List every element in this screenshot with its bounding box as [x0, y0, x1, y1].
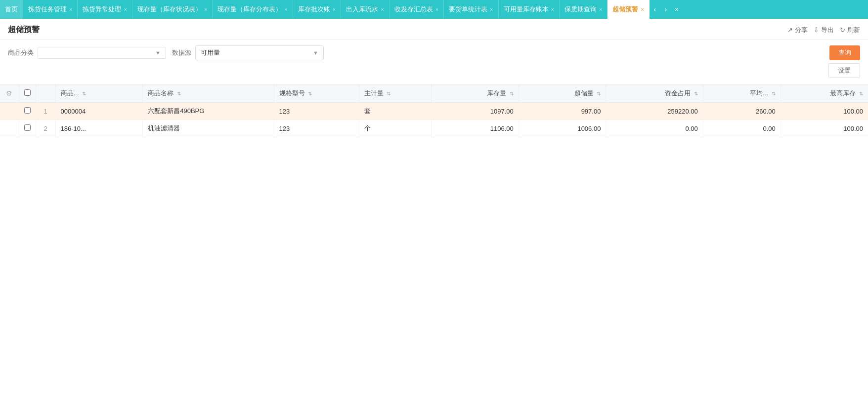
row-max-cell: 100.00 — [781, 120, 868, 137]
col-stock-header[interactable]: 库存量 ⇅ — [432, 84, 519, 103]
set-button[interactable]: 设置 — [828, 63, 860, 78]
nav-stock-dist-close[interactable]: × — [284, 6, 287, 12]
page-content: 超储预警 ↗ 分享 ⇩ 导出 ↻ 刷新 商品分类 — [0, 19, 868, 395]
category-filter: 商品分类 ▼ — [8, 47, 166, 59]
row-stock-cell: 1097.00 — [432, 103, 519, 120]
data-table: ⚙ 商品... ⇅ 商品名称 ⇅ 规格型号 — [0, 84, 868, 137]
nav-demand-label: 要货单统计表 — [449, 5, 487, 14]
row-spec-cell: 123 — [274, 103, 359, 120]
share-icon: ↗ — [787, 26, 793, 34]
top-navigation: 首页 拣货任务管理 × 拣货异常处理 × 现存量（库存状况表） × 现存量（库存… — [0, 0, 868, 19]
nav-batch-label: 库存批次账 — [298, 5, 330, 14]
col-checkbox-header[interactable] — [19, 84, 36, 103]
stock-sort-icon: ⇅ — [510, 91, 514, 96]
nav-pick-exception[interactable]: 拣货异常处理 × — [78, 0, 132, 19]
query-button[interactable]: 查询 — [829, 45, 860, 60]
col-money-header[interactable]: 资金占用 ⇅ — [606, 84, 703, 103]
nav-usable-label: 可用量库存账本 — [504, 5, 549, 14]
nav-demand-close[interactable]: × — [490, 6, 493, 12]
row-code-cell: 0000004 — [55, 103, 143, 120]
refresh-button[interactable]: ↻ 刷新 — [840, 26, 860, 35]
nav-home[interactable]: 首页 — [0, 0, 23, 19]
nav-stock-status-close[interactable]: × — [204, 6, 207, 12]
datasource-select[interactable]: 可用量 ▼ — [195, 45, 324, 60]
spec-sort-icon: ⇅ — [308, 91, 312, 96]
share-button[interactable]: ↗ 分享 — [787, 26, 808, 35]
datasource-label: 数据源 — [172, 48, 191, 57]
row-checkbox-cell[interactable] — [19, 120, 36, 137]
col-over-header[interactable]: 超储量 ⇅ — [519, 84, 606, 103]
nav-stock-dist[interactable]: 现存量（库存分布表） × — [213, 0, 293, 19]
nav-arrow-close[interactable]: × — [671, 0, 682, 19]
row-max-cell: 100.00 — [781, 103, 868, 120]
col-spec-header[interactable]: 规格型号 ⇅ — [274, 84, 359, 103]
nav-pick-task[interactable]: 拣货任务管理 × — [23, 0, 78, 19]
table-row: 2 186-10... 机油滤清器 123 个 1106.00 1006.00 … — [0, 120, 868, 137]
col-rownum-header — [36, 84, 55, 103]
row-unit-cell: 套 — [359, 103, 432, 120]
nav-inout-close[interactable]: × — [381, 6, 384, 12]
col-name-header[interactable]: 商品名称 ⇅ — [143, 84, 274, 103]
nav-summary-close[interactable]: × — [435, 6, 438, 12]
nav-inout[interactable]: 出入库流水 × — [341, 0, 389, 19]
nav-pick-task-close[interactable]: × — [69, 6, 72, 12]
row-num-cell: 2 — [36, 120, 55, 137]
col-code-header[interactable]: 商品... ⇅ — [55, 84, 143, 103]
datasource-value: 可用量 — [201, 48, 220, 57]
nav-summary[interactable]: 收发存汇总表 × — [390, 0, 444, 19]
nav-summary-label: 收发存汇总表 — [394, 5, 433, 14]
row-spec-cell: 123 — [274, 120, 359, 137]
row-over-cell: 1006.00 — [519, 120, 606, 137]
nav-stock-dist-label: 现存量（库存分布表） — [217, 5, 282, 14]
col-avg-header[interactable]: 平均... ⇅ — [703, 84, 781, 103]
row-settings-cell — [0, 103, 19, 120]
nav-arrow-right[interactable]: › — [660, 0, 671, 19]
datasource-chevron-icon: ▼ — [313, 50, 318, 56]
nav-usable-close[interactable]: × — [551, 6, 554, 12]
category-select[interactable]: ▼ — [38, 47, 166, 59]
nav-pick-task-label: 拣货任务管理 — [28, 5, 67, 14]
nav-usable[interactable]: 可用量库存账本 × — [499, 0, 560, 19]
row-checkbox-0[interactable] — [24, 107, 31, 114]
row-avg-cell: 260.00 — [703, 103, 781, 120]
col-settings[interactable]: ⚙ — [0, 84, 19, 103]
col-max-header[interactable]: 最高库存 ⇅ — [781, 84, 868, 103]
max-sort-icon: ⇅ — [859, 91, 863, 96]
nav-batch[interactable]: 库存批次账 × — [293, 0, 341, 19]
row-name-cell: 机油滤清器 — [143, 120, 274, 137]
export-label: 导出 — [821, 26, 834, 35]
nav-overstock-close[interactable]: × — [641, 6, 644, 12]
nav-shelf-life-label: 保质期查询 — [564, 5, 597, 14]
export-button[interactable]: ⇩ 导出 — [814, 26, 834, 35]
table-header-row: ⚙ 商品... ⇅ 商品名称 ⇅ 规格型号 — [0, 84, 868, 103]
nav-shelf-life-close[interactable]: × — [599, 6, 602, 12]
row-stock-cell: 1106.00 — [432, 120, 519, 137]
nav-stock-status[interactable]: 现存量（库存状况表） × — [132, 0, 213, 19]
page-title: 超储预警 — [8, 25, 40, 35]
unit-sort-icon: ⇅ — [387, 91, 391, 96]
row-name-cell: 六配套新昌490BPG — [143, 103, 274, 120]
nav-home-label: 首页 — [5, 5, 18, 14]
money-sort-icon: ⇅ — [694, 91, 698, 96]
nav-overstock[interactable]: 超储预警 × — [608, 0, 649, 19]
nav-pick-exception-close[interactable]: × — [124, 6, 127, 12]
settings-icon[interactable]: ⚙ — [6, 89, 12, 97]
data-table-wrapper: ⚙ 商品... ⇅ 商品名称 ⇅ 规格型号 — [0, 84, 868, 137]
row-checkbox-1[interactable] — [24, 124, 31, 131]
nav-inout-label: 出入库流水 — [346, 5, 378, 14]
nav-demand[interactable]: 要货单统计表 × — [444, 0, 498, 19]
table-row: 1 0000004 六配套新昌490BPG 123 套 1097.00 997.… — [0, 103, 868, 120]
row-money-cell: 259220.00 — [606, 103, 703, 120]
row-unit-cell: 个 — [359, 120, 432, 137]
nav-arrow-left[interactable]: ‹ — [650, 0, 660, 19]
row-money-cell: 0.00 — [606, 120, 703, 137]
nav-shelf-life[interactable]: 保质期查询 × — [560, 0, 608, 19]
row-checkbox-cell[interactable] — [19, 103, 36, 120]
col-unit-header[interactable]: 主计量 ⇅ — [359, 84, 432, 103]
select-all-checkbox[interactable] — [24, 89, 31, 96]
row-avg-cell: 0.00 — [703, 120, 781, 137]
category-label: 商品分类 — [8, 48, 34, 57]
nav-stock-status-label: 现存量（库存状况表） — [137, 5, 202, 14]
over-sort-icon: ⇅ — [597, 91, 601, 96]
nav-batch-close[interactable]: × — [333, 6, 336, 12]
